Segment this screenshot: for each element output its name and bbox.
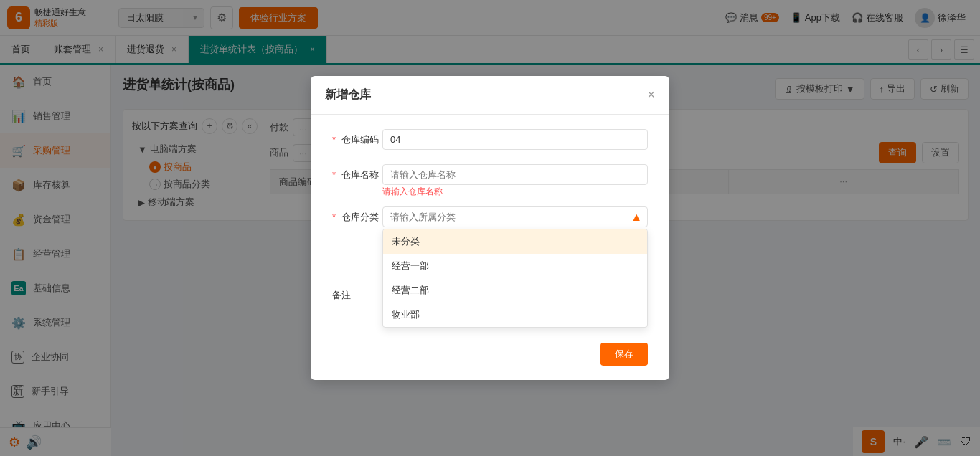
chevron-up-icon[interactable]: ▲ [631, 211, 642, 224]
name-error-message: 请输入仓库名称 [382, 186, 443, 198]
category-label: * 仓库分类 [332, 206, 382, 224]
name-label: * 仓库名称 [332, 164, 382, 181]
category-dropdown: 未分类 经营一部 经营二部 物业部 [382, 229, 648, 328]
modal-new-warehouse: 新增仓库 × * 仓库编码 * 仓库名称 [311, 76, 669, 380]
dropdown-item-ops1[interactable]: 经营一部 [383, 254, 647, 278]
save-button[interactable]: 保存 [600, 343, 648, 366]
warehouse-name-input[interactable] [382, 164, 648, 185]
warehouse-category-row: * 仓库分类 ▲ 未分类 经营一部 经营二部 物业部 [332, 206, 648, 227]
note-label: 备注 [332, 285, 382, 302]
modal-title: 新增仓库 [325, 87, 371, 103]
warehouse-code-row: * 仓库编码 [332, 129, 648, 150]
dropdown-item-uncategorized[interactable]: 未分类 [383, 229, 647, 254]
warehouse-code-input[interactable] [382, 129, 648, 150]
dropdown-item-property[interactable]: 物业部 [383, 303, 647, 327]
category-input-wrap: ▲ 未分类 经营一部 经营二部 物业部 [382, 206, 648, 227]
name-input-wrap: 请输入仓库名称 [382, 164, 648, 185]
modal-footer: 保存 [311, 334, 669, 380]
code-input-wrap [382, 129, 648, 150]
modal-close-button[interactable]: × [647, 87, 655, 103]
warehouse-name-row: * 仓库名称 请输入仓库名称 [332, 164, 648, 185]
modal-header: 新增仓库 × [311, 76, 669, 115]
code-label: * 仓库编码 [332, 129, 382, 146]
modal-body: * 仓库编码 * 仓库名称 请输入仓库名称 [311, 115, 669, 334]
dropdown-item-ops2[interactable]: 经营二部 [383, 278, 647, 303]
modal-overlay[interactable]: 新增仓库 × * 仓库编码 * 仓库名称 [0, 0, 980, 456]
warehouse-category-input[interactable] [382, 206, 648, 227]
